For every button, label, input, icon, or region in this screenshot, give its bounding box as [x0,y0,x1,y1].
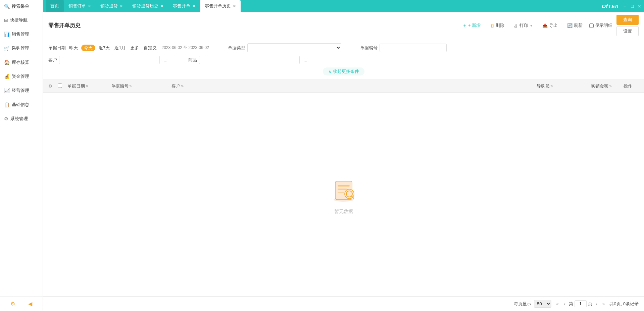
sort-amount-icon: ⇅ [609,84,612,88]
shortcut-today[interactable]: 今天 [81,45,95,51]
close-window-btn[interactable]: ✕ [638,4,641,9]
product-dots-btn[interactable]: ... [302,56,309,64]
page-input[interactable] [575,300,587,307]
add-label: + 新增 [468,22,481,29]
th-guide[interactable]: 导购员 ⇅ [534,83,574,89]
toolbar-actions: ＋ + 新增 🗑 删除 🖨 打印 ▼ 📤 导出 🔄 刷新 [460,15,639,36]
toolbar: 零售开单历史 ＋ + 新增 🗑 删除 🖨 打印 ▼ 📤 导出 🔄 刷新 [43,12,644,39]
table-settings-icon[interactable]: ⚙ [46,84,55,89]
filter-date-field: 单据日期 昨天 今天 近7天 近1月 更多 自定义 2023-06-02 至 2… [48,45,209,51]
tab-sales-return-history-close[interactable]: ✕ [160,4,163,8]
sidebar-item-finance[interactable]: 💰 资金管理 [0,69,43,84]
print-button[interactable]: 🖨 打印 ▼ [511,21,536,30]
filter-area: 单据日期 昨天 今天 近7天 近1月 更多 自定义 2023-06-02 至 2… [43,39,644,80]
first-page-btn[interactable]: « [554,301,560,307]
settings-bottom-icon[interactable]: ⚙ [10,301,15,307]
prev-page-btn[interactable]: ‹ [562,301,567,307]
maximize-btn[interactable]: □ [631,4,634,9]
sidebar-search[interactable]: 🔍 搜索采单 [0,0,43,13]
filter-doctype-select[interactable] [247,43,341,52]
system-icon: ⚙ [4,116,8,121]
sort-date-icon: ⇅ [86,84,88,88]
delete-label: 删除 [496,22,504,29]
tab-home-label: 首页 [50,3,59,9]
brand-label: OfTEn [602,3,618,9]
th-amount[interactable]: 实销金额 ⇅ [574,83,614,89]
display-detail-check[interactable] [589,23,594,28]
tab-sales-order-label: 销售订单 [68,3,86,9]
print-dropdown-icon[interactable]: ▼ [530,24,533,28]
sidebar-item-operations[interactable]: 📈 经营管理 [0,84,43,98]
sidebar-item-quick-nav[interactable]: ⊞ 快捷导航 [0,13,43,27]
search-icon: 🔍 [4,4,10,9]
sidebar-item-system-mgmt[interactable]: ⚙ 系统管理 [0,112,43,126]
customer-dots-btn[interactable]: ... [162,56,169,64]
export-button[interactable]: 📤 导出 [540,21,560,30]
tab-sales-return-close[interactable]: ✕ [120,4,123,8]
shortcut-more[interactable]: 更多 [129,45,140,51]
tab-sales-return[interactable]: 销货退货 ✕ [96,0,128,12]
sort-customer-icon: ⇅ [181,84,184,88]
sidebar-item-label: 系统管理 [10,116,28,122]
tab-home[interactable]: 首页 [46,0,64,12]
shortcut-yesterday[interactable]: 昨天 [68,45,79,51]
sidebar: 🔍 搜索采单 ⊞ 快捷导航 📊 销售管理 🛒 采购管理 🏠 库存核算 💰 资金管… [0,0,43,311]
filter-date-range: 2023-06-02 至 2023-06-02 [161,45,209,51]
shortcut-1month[interactable]: 近1月 [113,45,127,51]
filter-product-field: 商品 ... [188,56,309,64]
empty-text: 暂无数据 [334,209,353,215]
empty-illustration [329,174,359,205]
tab-sales-return-history[interactable]: 销货退货历史 ✕ [128,0,168,12]
per-page-label: 每页显示 [514,301,531,307]
sort-no-icon: ⇅ [129,84,132,88]
display-detail-checkbox[interactable]: 显示明细 [589,22,612,29]
refresh-button[interactable]: 🔄 刷新 [564,21,585,30]
collapse-sidebar-icon[interactable]: ◀ [28,301,32,307]
collapse-label: 收起更多条件 [333,68,359,74]
tab-retail-open[interactable]: 零售开单 ✕ [168,0,200,12]
next-page-btn[interactable]: › [594,301,599,307]
tab-sales-return-history-label: 销货退货历史 [132,3,158,9]
shortcut-7days[interactable]: 近7天 [97,45,111,51]
filter-docno-input[interactable] [380,44,447,52]
sidebar-item-purchase-mgmt[interactable]: 🛒 采购管理 [0,41,43,55]
select-all-checkbox[interactable] [58,84,62,88]
th-no[interactable]: 单据编号 ⇅ [108,83,169,89]
query-button[interactable]: 查询 [616,15,639,25]
export-icon: 📤 [542,23,548,28]
th-no-label: 单据编号 [111,83,129,89]
sidebar-item-basic-info[interactable]: 📋 基础信息 [0,98,43,112]
tab-retail-open-history-close[interactable]: ✕ [233,4,236,8]
tab-bar-right: OfTEn － □ ✕ [602,3,641,9]
filter-product-input[interactable] [199,56,300,64]
sidebar-item-inventory[interactable]: 🏠 库存核算 [0,55,43,69]
tab-retail-open-close[interactable]: ✕ [192,4,195,8]
page-size-select[interactable]: 50 100 200 [534,300,551,308]
collapse-button[interactable]: ∧ 收起更多条件 [323,67,364,75]
shortcut-custom[interactable]: 自定义 [142,45,158,51]
tab-sales-order-close[interactable]: ✕ [88,4,91,8]
page-label-pre: 第 [569,301,573,307]
th-customer[interactable]: 客户 ⇅ [169,83,534,89]
refresh-label: 刷新 [574,22,583,29]
collapse-row: ∧ 收起更多条件 [48,67,639,75]
last-page-btn[interactable]: » [600,301,607,307]
sidebar-item-label: 资金管理 [12,73,29,80]
sales-icon: 📊 [4,32,10,37]
th-date[interactable]: 单据日期 ⇅ [65,83,108,89]
table-select-all[interactable] [55,84,65,89]
sidebar-item-sales-mgmt[interactable]: 📊 销售管理 [0,27,43,41]
tab-retail-open-history[interactable]: 零售开单历史 ✕ [200,0,241,12]
tab-sales-return-label: 销货退货 [100,3,118,9]
delete-button[interactable]: 🗑 删除 [487,21,507,30]
basic-info-icon: 📋 [4,102,10,107]
minimize-btn[interactable]: － [623,3,627,9]
tab-sales-order[interactable]: 销售订单 ✕ [64,0,96,12]
settings-button[interactable]: 设置 [616,26,639,36]
sidebar-item-label: 采购管理 [12,45,29,51]
add-button[interactable]: ＋ + 新增 [460,21,483,30]
page-title: 零售开单历史 [48,22,460,29]
th-amount-label: 实销金额 [591,83,608,89]
collapse-icon: ∧ [328,69,332,74]
filter-customer-input[interactable] [59,56,160,64]
